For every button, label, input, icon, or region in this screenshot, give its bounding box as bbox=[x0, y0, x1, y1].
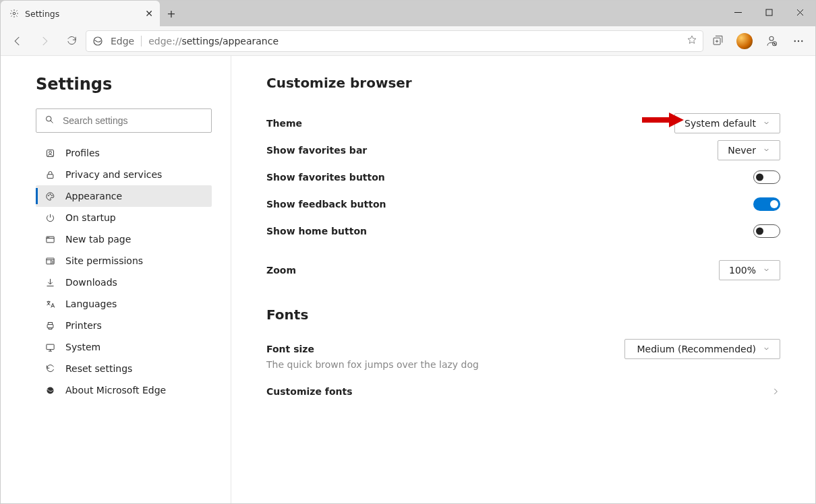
url-box[interactable]: Edge edge://settings/appearance bbox=[86, 30, 703, 52]
settings-sidebar: Settings Profiles Privacy and services A… bbox=[1, 56, 231, 503]
home-button-toggle[interactable] bbox=[753, 224, 780, 238]
browser-tab[interactable]: Settings ✕ bbox=[1, 1, 160, 26]
sidebar-item-label: Profiles bbox=[65, 148, 100, 158]
tab-title: Settings bbox=[25, 9, 59, 19]
newtab-icon bbox=[44, 234, 56, 245]
row-label: Show feedback button bbox=[266, 199, 386, 210]
svg-rect-24 bbox=[46, 344, 53, 350]
sidebar-item-profiles[interactable]: Profiles bbox=[36, 142, 212, 164]
profile-button[interactable] bbox=[732, 29, 757, 53]
sidebar-item-privacy[interactable]: Privacy and services bbox=[36, 164, 212, 185]
favorites-bar-dropdown[interactable]: Never bbox=[718, 140, 780, 160]
collections-button[interactable] bbox=[705, 29, 730, 53]
row-label: Show favorites bar bbox=[266, 145, 367, 156]
sidebar-item-label: Appearance bbox=[65, 191, 122, 201]
edge-icon bbox=[44, 385, 56, 396]
search-settings-input[interactable] bbox=[63, 115, 203, 126]
back-button[interactable] bbox=[5, 29, 30, 53]
sidebar-item-sitepermissions[interactable]: Site permissions bbox=[36, 250, 212, 272]
row-favorites-bar: Show favorites bar Never bbox=[266, 137, 780, 164]
plus-icon: + bbox=[167, 7, 175, 20]
chevron-down-icon bbox=[763, 145, 770, 156]
row-zoom: Zoom 100% bbox=[266, 257, 780, 284]
sidebar-item-label: System bbox=[65, 342, 100, 352]
close-tab-icon[interactable]: ✕ bbox=[145, 8, 153, 19]
favorite-star-icon[interactable] bbox=[687, 34, 697, 47]
refresh-button[interactable] bbox=[59, 29, 84, 53]
svg-point-10 bbox=[798, 40, 799, 41]
sidebar-item-system[interactable]: System bbox=[36, 336, 212, 358]
section-title-fonts: Fonts bbox=[266, 307, 780, 323]
palette-icon bbox=[44, 191, 56, 201]
row-font-size: Font size Medium (Recommended) bbox=[266, 338, 780, 360]
svg-point-11 bbox=[801, 40, 803, 41]
new-tab-button[interactable]: + bbox=[160, 1, 183, 26]
chevron-down-icon bbox=[763, 265, 770, 276]
sidebar-item-appearance[interactable]: Appearance bbox=[36, 185, 212, 207]
callout-arrow bbox=[642, 113, 684, 127]
sidebar-item-label: Reset settings bbox=[65, 363, 132, 374]
svg-rect-2 bbox=[766, 9, 772, 15]
power-icon bbox=[44, 213, 56, 223]
settings-main: Customize browser Theme System default S… bbox=[231, 56, 815, 503]
sidebar-item-label: Privacy and services bbox=[65, 169, 162, 180]
svg-point-7 bbox=[769, 36, 774, 40]
edge-icon bbox=[92, 35, 104, 47]
section-title-customize: Customize browser bbox=[266, 75, 780, 91]
download-icon bbox=[44, 278, 56, 288]
sidebar-item-about[interactable]: About Microsoft Edge bbox=[36, 379, 212, 401]
sidebar-item-label: Printers bbox=[65, 320, 102, 331]
close-window-button[interactable] bbox=[784, 1, 815, 24]
sidebar-item-languages[interactable]: Languages bbox=[36, 293, 212, 315]
svg-point-14 bbox=[49, 151, 51, 154]
row-label: Customize fonts bbox=[266, 386, 353, 397]
row-label: Font size bbox=[266, 344, 314, 354]
dropdown-value: 100% bbox=[729, 265, 756, 276]
sidebar-item-downloads[interactable]: Downloads bbox=[36, 272, 212, 293]
customize-fonts-row[interactable]: Customize fonts bbox=[266, 377, 780, 406]
zoom-dropdown[interactable]: 100% bbox=[719, 260, 780, 280]
sidebar-item-startup[interactable]: On startup bbox=[36, 207, 212, 228]
avatar-icon bbox=[736, 33, 753, 49]
gear-icon bbox=[9, 8, 20, 19]
theme-dropdown[interactable]: System default bbox=[674, 113, 780, 133]
sidebar-item-label: On startup bbox=[65, 212, 116, 223]
more-menu-button[interactable] bbox=[786, 29, 811, 53]
window-titlebar: Settings ✕ + bbox=[1, 1, 815, 26]
row-theme: Theme System default bbox=[266, 110, 780, 137]
svg-point-20 bbox=[47, 237, 48, 238]
font-size-sample: The quick brown fox jumps over the lazy … bbox=[266, 359, 780, 370]
dropdown-value: Never bbox=[728, 145, 756, 156]
svg-point-0 bbox=[13, 12, 16, 15]
chevron-right-icon bbox=[771, 385, 780, 399]
minimize-button[interactable] bbox=[722, 1, 753, 24]
font-size-dropdown[interactable]: Medium (Recommended) bbox=[624, 339, 780, 359]
row-label: Show favorites button bbox=[266, 172, 385, 183]
reset-icon bbox=[44, 364, 56, 374]
row-label: Theme bbox=[266, 118, 302, 129]
svg-point-16 bbox=[48, 195, 49, 195]
favorites-button-toggle[interactable] bbox=[753, 170, 780, 184]
settings-nav: Profiles Privacy and services Appearance… bbox=[36, 142, 212, 401]
sidebar-item-newtab[interactable]: New tab page bbox=[36, 228, 212, 250]
sidebar-item-reset[interactable]: Reset settings bbox=[36, 358, 212, 379]
dropdown-value: System default bbox=[684, 118, 756, 129]
monitor-icon bbox=[44, 342, 56, 352]
row-home-button: Show home button bbox=[266, 218, 780, 245]
row-favorites-button: Show favorites button bbox=[266, 164, 780, 191]
dropdown-value: Medium (Recommended) bbox=[637, 344, 756, 354]
row-feedback-button: Show feedback button bbox=[266, 191, 780, 218]
feedback-button-toggle[interactable] bbox=[753, 197, 780, 211]
feedback-icon-button[interactable] bbox=[759, 29, 784, 53]
maximize-button[interactable] bbox=[753, 1, 784, 24]
profile-icon bbox=[44, 148, 56, 158]
sidebar-item-printers[interactable]: Printers bbox=[36, 315, 212, 336]
svg-rect-15 bbox=[47, 174, 53, 178]
search-settings-box[interactable] bbox=[36, 108, 212, 133]
window-controls bbox=[722, 1, 815, 24]
sidebar-item-label: About Microsoft Edge bbox=[65, 385, 166, 396]
sidebar-item-label: Languages bbox=[65, 298, 117, 309]
svg-rect-23 bbox=[47, 324, 53, 327]
sidebar-item-label: New tab page bbox=[65, 234, 131, 245]
forward-button[interactable] bbox=[32, 29, 57, 53]
